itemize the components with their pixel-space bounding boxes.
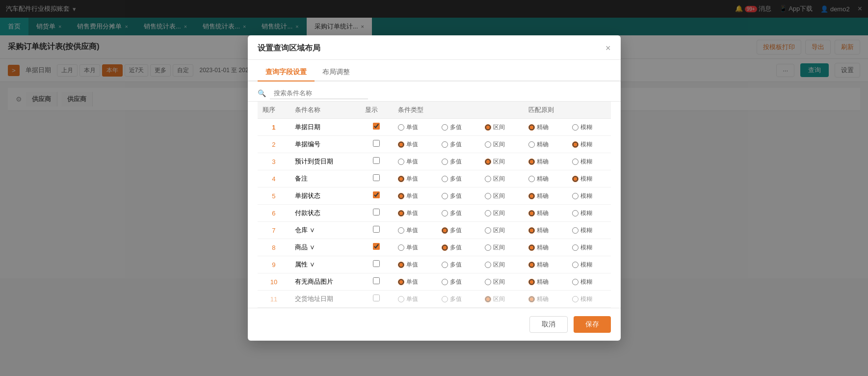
row-order: 3: [258, 153, 290, 170]
radio-range[interactable]: [485, 227, 491, 234]
radio-range[interactable]: [485, 141, 491, 148]
radio-multi[interactable]: [442, 141, 448, 148]
radio-multi[interactable]: [442, 159, 448, 165]
radio-multi[interactable]: [442, 124, 448, 131]
radio-fuzzy-label: 模糊: [580, 209, 592, 217]
row-match-fuzzy-cell: 模糊: [567, 188, 611, 205]
row-type-single-cell: 单值: [393, 136, 437, 153]
row-type-range-cell: 区间: [480, 256, 524, 273]
radio-multi[interactable]: [442, 193, 448, 199]
radio-exact[interactable]: [528, 141, 535, 148]
radio-multi[interactable]: [442, 262, 448, 268]
row-type-single-cell: 单值: [393, 188, 437, 205]
table-row: 7仓库 ∨单值多值区间精确模糊: [258, 222, 611, 239]
radio-single-label: 单值: [406, 209, 418, 217]
row-display-cell: [360, 136, 393, 151]
radio-multi[interactable]: [442, 176, 448, 182]
radio-range[interactable]: [485, 210, 491, 216]
radio-exact[interactable]: [528, 176, 535, 182]
row-type-range-cell: 区间: [480, 153, 524, 170]
radio-multi[interactable]: [442, 244, 448, 251]
radio-range[interactable]: [485, 159, 491, 165]
radio-exact[interactable]: [528, 159, 535, 165]
radio-exact[interactable]: [528, 210, 535, 216]
row-name: 仓库 ∨: [290, 222, 360, 239]
radio-range[interactable]: [485, 244, 491, 251]
radio-single[interactable]: [398, 176, 404, 182]
row-type-range-cell: 区间: [480, 170, 524, 188]
radio-multi-label: 多值: [450, 278, 462, 279]
row-name: 单据编号: [290, 136, 360, 153]
radio-single-label: 单值: [406, 192, 418, 200]
radio-multi[interactable]: [442, 227, 448, 234]
row-type-range-cell: 区间: [480, 222, 524, 239]
radio-single[interactable]: [398, 193, 404, 199]
radio-single[interactable]: [398, 141, 404, 148]
radio-range[interactable]: [485, 176, 491, 182]
row-order: 1: [258, 119, 290, 136]
radio-fuzzy[interactable]: [572, 244, 579, 251]
display-checkbox[interactable]: [373, 277, 380, 278]
display-checkbox[interactable]: [373, 157, 380, 164]
radio-fuzzy-label: 模糊: [580, 226, 592, 235]
radio-fuzzy[interactable]: [572, 210, 579, 216]
display-checkbox[interactable]: [373, 243, 380, 250]
radio-multi-label: 多值: [450, 140, 462, 149]
radio-single[interactable]: [398, 227, 404, 234]
radio-multi-label: 多值: [450, 175, 462, 183]
radio-fuzzy[interactable]: [572, 262, 579, 268]
radio-range-label: 区间: [493, 140, 505, 149]
modal-tab-layout[interactable]: 布局调整: [315, 64, 358, 81]
radio-exact-label: 精确: [537, 209, 549, 217]
radio-exact[interactable]: [528, 227, 535, 234]
radio-single[interactable]: [398, 262, 404, 268]
display-checkbox[interactable]: [373, 174, 380, 181]
radio-multi[interactable]: [442, 210, 448, 216]
radio-single[interactable]: [398, 210, 404, 216]
display-checkbox[interactable]: [373, 123, 380, 130]
radio-fuzzy[interactable]: [572, 193, 579, 199]
display-checkbox[interactable]: [373, 191, 380, 198]
radio-fuzzy[interactable]: [572, 124, 579, 131]
row-type-single-cell: 单值: [393, 273, 437, 279]
radio-exact[interactable]: [528, 244, 535, 251]
radio-single[interactable]: [398, 244, 404, 251]
row-type-single-cell: 单值: [393, 170, 437, 188]
row-type-single-cell: 单值: [393, 205, 437, 222]
display-checkbox[interactable]: [373, 140, 380, 147]
radio-fuzzy[interactable]: [572, 227, 579, 234]
row-type-range-cell: 区间: [480, 273, 524, 279]
radio-exact[interactable]: [528, 193, 535, 199]
modal-close-button[interactable]: ×: [605, 43, 611, 54]
row-type-single-cell: 单值: [393, 239, 437, 256]
radio-fuzzy[interactable]: [572, 159, 579, 165]
radio-fuzzy[interactable]: [572, 141, 579, 148]
radio-exact[interactable]: [528, 124, 535, 131]
radio-range[interactable]: [485, 193, 491, 199]
row-display-cell: [360, 256, 393, 271]
radio-fuzzy-label: 模糊: [580, 278, 592, 279]
radio-fuzzy[interactable]: [572, 176, 579, 182]
radio-range-label: 区间: [493, 261, 505, 269]
row-match-fuzzy-cell: 模糊: [567, 273, 611, 279]
radio-exact[interactable]: [528, 262, 535, 268]
display-checkbox[interactable]: [373, 226, 380, 233]
radio-range[interactable]: [485, 124, 491, 131]
radio-single[interactable]: [398, 159, 404, 165]
modal-tab-query-fields[interactable]: 查询字段设置: [258, 64, 315, 81]
search-input[interactable]: [270, 87, 368, 99]
row-name: 商品 ∨: [290, 239, 360, 256]
row-type-multi-cell: 多值: [437, 136, 480, 153]
radio-range[interactable]: [485, 262, 491, 268]
radio-fuzzy-label: 模糊: [580, 123, 592, 132]
display-checkbox[interactable]: [373, 209, 380, 215]
radio-exact-label: 精确: [537, 158, 549, 166]
radio-multi-label: 多值: [450, 261, 462, 269]
table-row: 6付款状态单值多值区间精确模糊: [258, 205, 611, 222]
radio-range-label: 区间: [493, 123, 505, 132]
row-name: 预计到货日期: [290, 153, 360, 170]
th-order: 顺序: [258, 102, 290, 119]
radio-single[interactable]: [398, 124, 404, 131]
row-name: 有无商品图片: [290, 273, 360, 279]
display-checkbox[interactable]: [373, 260, 380, 267]
